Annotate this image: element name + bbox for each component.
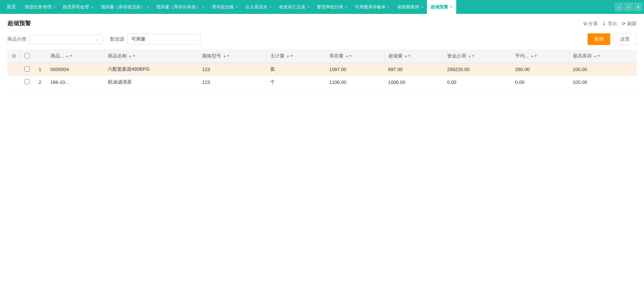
tab-5[interactable]: 库存批次账 × [208, 0, 242, 14]
tab-7[interactable]: 收发存汇总表 × [275, 0, 313, 14]
row-check-0[interactable] [21, 63, 33, 76]
tab-4[interactable]: 现存量（库存分布表） × [153, 0, 208, 14]
row-spec-1: 123 [198, 76, 267, 89]
row-num-1: 2 [33, 76, 47, 89]
datasource-select-value: 可用量 [131, 36, 146, 42]
col-num-header [33, 49, 47, 63]
row-avg-1: 0.00 [512, 76, 569, 89]
filter-row: 商品分类 ⌄ 数据源 可用量 ⌄ 查询 设置 [7, 33, 637, 45]
tab-6[interactable]: 出入库流水 × [242, 0, 275, 14]
row-unit-0: 套 [267, 63, 326, 76]
row-checkbox-0[interactable] [25, 66, 30, 71]
sort-unit-icon: ▲▼ [286, 54, 293, 58]
col-code-header[interactable]: 商品... ▲▼ [47, 49, 104, 63]
row-unit-1: 个 [267, 76, 326, 89]
row-checkbox-1[interactable] [25, 79, 30, 84]
category-chevron-icon: ⌄ [95, 37, 99, 42]
datasource-filter-group: 数据源 可用量 ⌄ [110, 34, 201, 45]
close-tab-7[interactable]: × [307, 5, 310, 9]
col-unit-header[interactable]: 主计量 ▲▼ [267, 49, 326, 63]
sort-over-icon: ▲▼ [404, 54, 411, 58]
row-name-1: 机油滤清器 [104, 76, 198, 89]
row-settings-1 [7, 76, 21, 89]
tab-11[interactable]: 超储预警 × [427, 0, 456, 14]
row-code-1: 186-10... [47, 76, 104, 89]
close-tab-11[interactable]: × [450, 5, 452, 9]
row-code-0: 0000004 [47, 63, 104, 76]
sort-name-icon: ▲▼ [128, 54, 136, 58]
page-header: 超储预警 ⧉ 分享 ⇓ 导出 ⟳ 刷新 [7, 20, 637, 27]
category-select[interactable]: ⌄ [29, 35, 103, 44]
datasource-select[interactable]: 可用量 ⌄ [127, 34, 201, 45]
col-over-header[interactable]: 超储量 ▲▼ [384, 49, 443, 63]
share-action[interactable]: ⧉ 分享 [583, 21, 598, 27]
col-name-header[interactable]: 商品名称 ▲▼ [104, 49, 198, 63]
filter-actions: 查询 设置 [588, 33, 637, 45]
nav-home[interactable]: 首页 [1, 0, 21, 14]
category-filter-label: 商品分类 [7, 36, 26, 42]
close-tab-9[interactable]: × [388, 5, 390, 9]
data-table: ⚙ 商品... ▲▼ 商品名称 ▲▼ [7, 49, 637, 89]
row-over-1: 1006.00 [384, 76, 443, 89]
refresh-action[interactable]: ⟳ 刷新 [622, 21, 637, 27]
close-tab-2[interactable]: × [91, 5, 93, 9]
nav-arrows: ‹ › × [615, 3, 643, 11]
col-avg-header[interactable]: 平均... ▲▼ [512, 49, 569, 63]
tab-3[interactable]: 现存量（库存状况表） × [97, 0, 153, 14]
close-tab-4[interactable]: × [202, 5, 204, 9]
top-navigation: 首页 拣货任务管理 × 拣货异常处理 × 现存量（库存状况表） × 现存量（库存… [0, 0, 644, 14]
sort-code-icon: ▲▼ [65, 54, 73, 58]
header-actions: ⧉ 分享 ⇓ 导出 ⟳ 刷新 [583, 21, 637, 27]
row-stock-0: 1097.00 [325, 63, 384, 76]
row-capital-0: 259220.00 [443, 63, 512, 76]
datasource-chevron-icon: ⌄ [193, 37, 197, 42]
close-tab-8[interactable]: × [345, 5, 347, 9]
col-settings-header: ⚙ [7, 49, 21, 63]
tab-2[interactable]: 拣货异常处理 × [59, 0, 97, 14]
sort-spec-icon: ▲▼ [223, 54, 230, 58]
nav-arrow-right[interactable]: › [624, 3, 633, 11]
table-body: 1 0000004 六配套新昌490BPG 123 套 1097.00 997.… [7, 63, 637, 89]
sort-stock-icon: ▲▼ [345, 54, 352, 58]
page-title: 超储预警 [7, 20, 31, 27]
tab-8[interactable]: 要货单统计表 × [313, 0, 351, 14]
row-avg-0: 260.00 [512, 63, 569, 76]
row-stock-1: 1106.00 [325, 76, 384, 89]
sort-capital-icon: ▲▼ [468, 54, 475, 58]
tab-1[interactable]: 拣货任务管理 × [21, 0, 59, 14]
close-tab-3[interactable]: × [147, 5, 149, 9]
export-icon: ⇓ [602, 21, 606, 26]
col-capital-header[interactable]: 资金占用 ▲▼ [443, 49, 512, 63]
close-tab-1[interactable]: × [53, 5, 55, 9]
close-tab-6[interactable]: × [269, 5, 271, 9]
sort-avg-icon: ▲▼ [530, 54, 538, 58]
settings-gear-icon[interactable]: ⚙ [11, 53, 17, 59]
row-maxstock-0: 100.00 [569, 63, 637, 76]
table-row: 2 186-10... 机油滤清器 123 个 1106.00 1006.00 … [7, 76, 637, 89]
col-check-header [21, 49, 33, 63]
nav-arrow-expand[interactable]: × [634, 3, 643, 11]
col-spec-header[interactable]: 规格型号 ▲▼ [198, 49, 267, 63]
settings-button[interactable]: 设置 [613, 33, 637, 45]
select-all-checkbox[interactable] [25, 53, 30, 58]
sort-maxstock-icon: ▲▼ [593, 54, 601, 58]
query-button[interactable]: 查询 [588, 33, 610, 45]
tab-10[interactable]: 保质期查询 × [394, 0, 427, 14]
close-tab-10[interactable]: × [421, 5, 423, 9]
page-content: 超储预警 ⧉ 分享 ⇓ 导出 ⟳ 刷新 商品分类 ⌄ 数据源 [0, 14, 644, 94]
close-tab-5[interactable]: × [236, 5, 238, 9]
share-icon: ⧉ [583, 21, 587, 27]
row-name-0: 六配套新昌490BPG [104, 63, 198, 76]
refresh-icon: ⟳ [622, 21, 626, 26]
row-maxstock-1: 100.00 [569, 76, 637, 89]
row-check-1[interactable] [21, 76, 33, 89]
row-over-0: 997.00 [384, 63, 443, 76]
row-settings-0 [7, 63, 21, 76]
col-maxstock-header[interactable]: 最高库存 ▲▼ [569, 49, 637, 63]
col-stock-header[interactable]: 库存量 ▲▼ [325, 49, 384, 63]
nav-arrow-left[interactable]: ‹ [615, 3, 623, 11]
tab-9[interactable]: 可用量库存账本 × [351, 0, 394, 14]
export-action[interactable]: ⇓ 导出 [602, 21, 617, 27]
category-filter-group: 商品分类 ⌄ [7, 35, 103, 44]
table-row: 1 0000004 六配套新昌490BPG 123 套 1097.00 997.… [7, 63, 637, 76]
